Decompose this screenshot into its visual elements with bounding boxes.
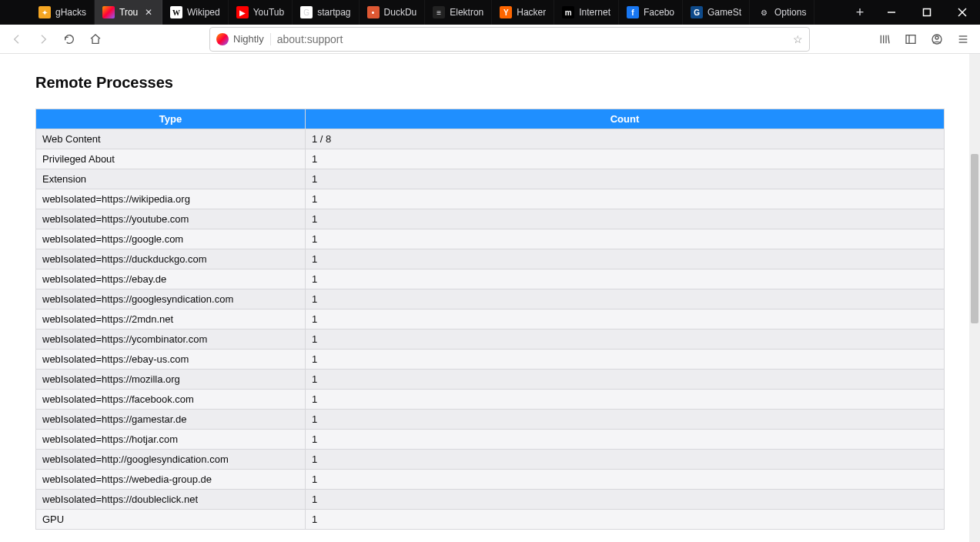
cell-count: 1 [306,269,945,289]
tab-10[interactable]: GGameSt [683,0,750,25]
tab-label: startpag [317,7,350,18]
tab-favicon [102,6,115,18]
tab-label: Internet [579,7,610,18]
cell-type: webIsolated=https://gamestar.de [36,410,306,430]
table-row: webIsolated=https://gamestar.de1 [36,410,945,430]
cell-type: webIsolated=https://2mdn.net [36,309,306,330]
remote-processes-table: Type Count Web Content1 / 8Privileged Ab… [35,109,945,530]
tab-label: YouTub [253,7,284,18]
table-row: Web Content1 / 8 [36,129,945,149]
tab-4[interactable]: Gstartpag [293,0,359,25]
tab-label: DuckDu [384,7,417,18]
tab-favicon: ▶ [236,6,249,18]
firefox-icon [216,33,229,45]
minimize-button[interactable] [874,0,909,25]
table-row: webIsolated=https://googlesyndication.co… [36,289,945,309]
table-row: webIsolated=https://ebay-us.com1 [36,350,945,370]
new-tab-button[interactable]: + [846,0,874,25]
tab-favicon: Y [500,6,512,18]
tab-favicon: m [562,6,574,18]
table-row: webIsolated=https://youtube.com1 [36,209,945,229]
scrollbar-thumb[interactable] [971,154,978,323]
tab-3[interactable]: ▶YouTub [229,0,293,25]
tab-6[interactable]: ≡Elektron [425,0,492,25]
tab-favicon: G [691,6,703,18]
bookmark-star-icon[interactable]: ☆ [793,33,803,45]
table-row: webIsolated=https://hotjar.com1 [36,430,945,450]
vertical-scrollbar[interactable] [969,54,980,542]
identity-box[interactable]: Nightly [216,33,271,45]
table-row: Extension1 [36,169,945,189]
cell-count: 1 [306,450,945,470]
close-window-button[interactable] [945,0,980,25]
cell-type: webIsolated=https://youtube.com [36,209,306,229]
cell-type: webIsolated=https://wikipedia.org [36,189,306,209]
cell-type: webIsolated=https://webedia-group.de [36,470,306,490]
tab-2[interactable]: WWikiped [162,0,229,25]
url-bar[interactable]: Nightly about:support ☆ [209,27,810,52]
close-tab-icon[interactable]: ✕ [143,7,154,18]
profile-button[interactable] [925,27,949,52]
tab-label: Facebo [644,7,674,18]
cell-count: 1 [306,249,945,269]
table-row: webIsolated=https://ycombinator.com1 [36,330,945,350]
reload-button[interactable] [57,27,82,52]
tab-favicon: • [367,6,380,18]
tab-7[interactable]: YHacker [492,0,554,25]
tab-label: Hacker [517,7,546,18]
cell-count: 1 [306,189,945,209]
tab-5[interactable]: •DuckDu [360,0,426,25]
forward-button[interactable] [31,27,55,52]
tab-11[interactable]: ⚙Options [750,0,814,25]
table-row: webIsolated=https://webedia-group.de1 [36,470,945,490]
cell-type: Privileged About [36,149,306,169]
table-row: webIsolated=https://wikipedia.org1 [36,189,945,209]
svg-line-7 [888,35,889,43]
cell-count: 1 [306,169,945,189]
cell-count: 1 [306,149,945,169]
window-controls [874,0,980,25]
tab-favicon: ⚙ [758,6,770,18]
table-row: webIsolated=https://ebay.de1 [36,269,945,289]
maximize-button[interactable] [909,0,945,25]
tab-favicon: f [627,6,639,18]
tab-favicon: ✦ [38,6,51,18]
cell-count: 1 [306,289,945,309]
cell-type: webIsolated=https://google.com [36,229,306,249]
cell-count: 1 [306,470,945,490]
cell-type: webIsolated=https://duckduckgo.com [36,249,306,269]
table-row: webIsolated=https://doubleclick.net1 [36,490,945,510]
cell-count: 1 [306,430,945,450]
cell-type: webIsolated=https://googlesyndication.co… [36,289,306,309]
app-menu-button[interactable] [951,27,975,52]
cell-type: webIsolated=https://doubleclick.net [36,490,306,510]
tab-label: GameSt [707,7,741,18]
tab-label: Troubl [119,7,139,18]
cell-type: webIsolated=https://ebay.de [36,269,306,289]
tab-9[interactable]: fFacebo [619,0,683,25]
url-text: about:support [277,33,787,45]
tab-1[interactable]: Troubl✕ [95,0,162,25]
home-button[interactable] [83,27,108,52]
page-content: Remote Processes Type Count Web Content1… [0,54,980,542]
table-row: webIsolated=https://duckduckgo.com1 [36,249,945,269]
back-button[interactable] [5,27,29,52]
svg-rect-8 [906,35,915,43]
col-header-count: Count [306,109,945,129]
library-button[interactable] [872,27,897,52]
cell-count: 1 [306,350,945,370]
tab-favicon: G [300,6,313,18]
tab-label: Wikiped [187,7,220,18]
cell-count: 1 [306,390,945,410]
tab-favicon: ≡ [433,6,445,18]
tab-label: Elektron [450,7,483,18]
tab-0[interactable]: ✦gHacks [31,0,95,25]
sidebar-button[interactable] [898,27,923,52]
titlebar: ✦gHacksTroubl✕WWikiped▶YouTubGstartpag•D… [0,0,980,25]
cell-count: 1 [306,229,945,249]
cell-count: 1 [306,330,945,350]
cell-count: 1 / 8 [306,129,945,149]
tab-8[interactable]: mInternet [554,0,619,25]
table-row: webIsolated=http://googlesyndication.com… [36,450,945,470]
table-row: webIsolated=https://google.com1 [36,229,945,249]
